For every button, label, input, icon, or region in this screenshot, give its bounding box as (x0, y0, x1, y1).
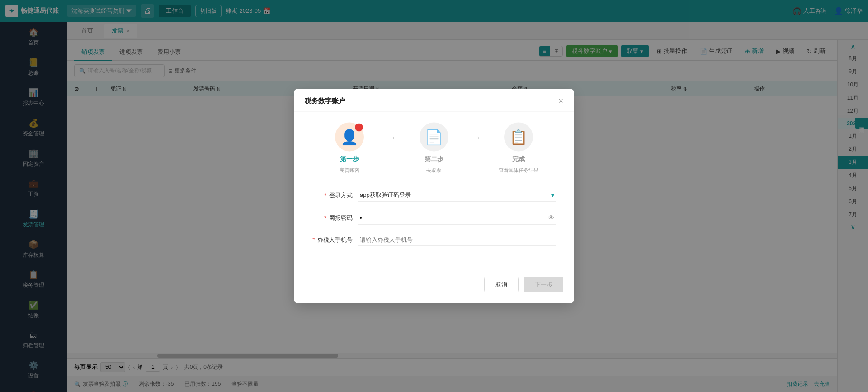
modal-header: 税务数字账户 × (294, 89, 574, 112)
step3-title: 完成 (512, 155, 525, 163)
step-2: 📄 第二步 去取票 (396, 123, 471, 174)
step2-desc: 去取票 (426, 167, 441, 174)
required-mark2: * (324, 214, 326, 221)
step3-desc: 查看具体任务结果 (499, 167, 538, 174)
phone-label: * 办税人手机号 (312, 236, 353, 244)
modal-title: 税务数字账户 (305, 97, 345, 105)
eye-icon[interactable]: 👁 (548, 214, 554, 221)
modal-close-button[interactable]: × (558, 96, 563, 106)
password-input[interactable] (360, 214, 548, 221)
login-method-value: app获取验证码登录 (360, 191, 411, 199)
steps: 👤 ! 第一步 完善账密 → 📄 第二步 去取票 → � (312, 123, 556, 174)
step2-icon-wrap: 📄 (420, 123, 448, 152)
step-1: 👤 ! 第一步 完善账密 (312, 123, 387, 174)
step1-desc: 完善账密 (340, 167, 359, 174)
step-arrow-2: → (472, 132, 481, 143)
phone-input[interactable] (358, 234, 556, 246)
step1-person-icon: 👤 (340, 129, 359, 146)
password-input-wrap: 👁 (358, 211, 556, 225)
step2-title: 第二步 (425, 155, 443, 163)
password-label: * 网报密码 (312, 214, 353, 222)
required-mark3: * (312, 236, 315, 243)
step2-document-icon: 📄 (425, 129, 443, 146)
step3-icon-wrap: 📋 (504, 123, 533, 152)
next-button[interactable]: 下一步 (524, 277, 563, 292)
step1-icon-wrap: 👤 ! (335, 123, 364, 152)
step1-badge: ! (355, 124, 363, 132)
login-method-label: * 登录方式 (312, 191, 353, 199)
login-method-row: * 登录方式 app获取验证码登录 ▾ (312, 188, 556, 202)
step-3: 📋 完成 查看具体任务结果 (481, 123, 556, 174)
modal-body: 👤 ! 第一步 完善账密 → 📄 第二步 去取票 → � (294, 112, 574, 266)
login-method-select[interactable]: app获取验证码登录 ▾ (358, 188, 556, 202)
step1-title: 第一步 (340, 155, 359, 163)
tax-digital-modal: 税务数字账户 × 👤 ! 第一步 完善账密 → 📄 第二步 (294, 89, 574, 303)
login-method-dropdown-icon: ▾ (551, 191, 554, 199)
phone-row: * 办税人手机号 (312, 234, 556, 246)
modal-footer: 取消 下一步 (294, 277, 574, 292)
password-row: * 网报密码 👁 (312, 211, 556, 225)
step-arrow-1: → (387, 132, 396, 143)
step3-clipboard-icon: 📋 (509, 129, 528, 146)
required-mark: * (324, 191, 326, 198)
cancel-button[interactable]: 取消 (484, 277, 519, 292)
